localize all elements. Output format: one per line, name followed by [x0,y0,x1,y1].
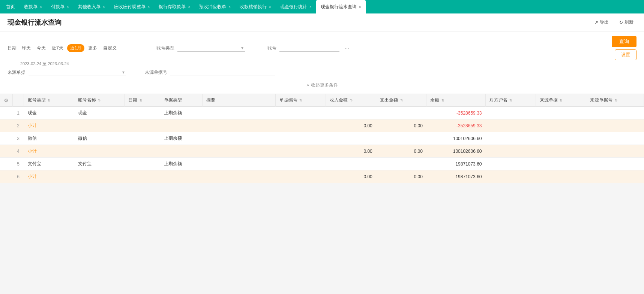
dropdown-icon: ▾ [122,70,125,75]
row-gear [0,170,13,183]
close-icon[interactable]: × [228,5,231,9]
th-counterparty[interactable]: 对方户名 ⇅ [485,94,536,107]
nav-tab-label: 银行存取款单 [159,4,186,10]
nav-tab-label: 其他收入单 [78,4,101,10]
date-filter-group: 日期 昨天 今天 近7天 近1月 更多 自定义 [8,44,119,52]
nav-tab-collection[interactable]: 收款核销执行 × [235,0,276,13]
th-balance[interactable]: 余额 ⇅ [426,94,486,107]
cell-summary [202,107,275,119]
source-doc-select[interactable]: ▾ [29,69,126,76]
th-doc-no[interactable]: 单据编号 ⇅ [276,94,326,107]
date-btn-more[interactable]: 更多 [86,44,99,52]
date-btn-custom[interactable]: 自定义 [101,44,119,52]
table-row: 1 现金 现金 上期余额 -3528659.33 [0,107,644,119]
table-container: ⚙ 账号类型 ⇅ 账号名称 ⇅ 日期 ⇅ 单据类型 摘要 单据编号 ⇅ 收入金额… [0,94,644,183]
cell-income [326,132,376,145]
cell-date [125,158,160,170]
cell-source-doc-no [586,119,644,132]
cell-source-doc [536,132,586,145]
filter-right-buttons: 查询 设置 [612,36,636,60]
cell-account-name: 微信 [74,132,125,145]
nav-tab-fukuan[interactable]: 付款单 × [47,0,74,13]
filter-area: 日期 昨天 今天 近7天 近1月 更多 自定义 账号类型 ▾ 账号 ··· [0,31,644,94]
cell-source-doc-no [586,132,644,145]
cell-summary [202,132,275,145]
th-summary: 摘要 [202,94,275,107]
table-row: 3 微信 微信 上期余额 100102606.60 [0,132,644,145]
row-index: 5 [13,158,24,170]
nav-home[interactable]: 首页 [2,0,20,13]
nav-tab-cash-stats[interactable]: 现金银行统计 × [276,0,316,13]
export-button[interactable]: ↗ 导出 [591,18,612,27]
cell-account-type: 小计 [24,170,74,183]
table-row: 6 小计 0.00 0.00 19871073.60 [0,170,644,183]
th-source-doc-no[interactable]: 来源单据号 ⇅ [586,94,644,107]
row-index: 1 [13,107,24,119]
nav-tab-other-income[interactable]: 其他收入单 × [74,0,110,13]
date-btn-today[interactable]: 今天 [35,44,48,52]
th-source-doc[interactable]: 来源单据 ⇅ [536,94,586,107]
cell-expense [376,158,426,170]
account-type-select[interactable]: ▾ [177,45,245,52]
query-button[interactable]: 查询 [612,36,636,47]
nav-tab-shoukuan[interactable]: 收款单 × [20,0,47,13]
cell-doc-type [160,145,202,158]
cell-account-name: 支付宝 [74,158,125,170]
nav-tab-label: 收款单 [24,4,38,10]
cell-balance: 19871073.60 [426,158,486,170]
cell-income [326,158,376,170]
cell-account-type: 支付宝 [24,158,74,170]
date-btn-1month[interactable]: 近1月 [67,44,85,52]
cell-source-doc [536,107,586,119]
nav-home-label: 首页 [6,4,15,10]
close-icon[interactable]: × [148,5,150,9]
cell-counterparty [485,119,536,132]
th-income[interactable]: 收入金额 ⇅ [326,94,376,107]
refresh-button[interactable]: ↻ 刷新 [616,18,636,27]
cell-balance: 19871073.60 [426,170,486,183]
cell-doc-no [276,119,326,132]
cell-summary [202,119,275,132]
cell-doc-no [276,145,326,158]
close-icon[interactable]: × [359,5,361,9]
row-gear [0,145,13,158]
nav-tab-prepaid[interactable]: 预收冲应收单 × [195,0,235,13]
date-btn-yesterday[interactable]: 昨天 [20,44,33,52]
th-expense[interactable]: 支出金额 ⇅ [376,94,426,107]
close-icon[interactable]: × [188,5,190,9]
cell-account-type: 现金 [24,107,74,119]
cell-account-name [74,119,125,132]
refresh-icon: ↻ [619,20,623,25]
table-body: 1 现金 现金 上期余额 -3528659.33 2 小计 0.00 0.00 … [0,107,644,183]
settings-button[interactable]: 设置 [615,49,636,60]
close-icon[interactable]: × [269,5,271,9]
account-input[interactable] [279,45,339,52]
row-index: 6 [13,170,24,183]
cell-summary [202,170,275,183]
cell-account-name [74,170,125,183]
dots-icon[interactable]: ··· [342,45,351,52]
nav-tab-bank-deposit[interactable]: 银行存取款单 × [154,0,195,13]
row-gear [0,107,13,119]
row-gear [0,119,13,132]
date-buttons: 昨天 今天 近7天 近1月 更多 自定义 [20,44,119,52]
cell-summary [202,145,275,158]
cell-account-type: 小计 [24,119,74,132]
source-doc-no-input[interactable] [170,69,275,76]
nav-tab-adjustment[interactable]: 应收应付调整单 × [110,0,155,13]
close-icon[interactable]: × [40,5,42,9]
close-icon[interactable]: × [103,5,105,9]
th-gear[interactable]: ⚙ [0,94,13,107]
th-account-type[interactable]: 账号类型 ⇅ [24,94,74,107]
cell-account-type: 小计 [24,145,74,158]
collapse-bar[interactable]: ∧ 收起更多条件 [8,80,636,89]
nav-tab-cash-flow[interactable]: 现金银行流水查询 × [316,0,366,13]
close-icon[interactable]: × [309,5,312,9]
cell-balance: 100102606.60 [426,132,486,145]
th-date[interactable]: 日期 ⇅ [125,94,160,107]
close-icon[interactable]: × [67,5,69,9]
th-account-name[interactable]: 账号名称 ⇅ [74,94,125,107]
date-btn-7days[interactable]: 近7天 [50,44,66,52]
cell-balance: -3528659.33 [426,119,486,132]
cell-doc-no [276,132,326,145]
